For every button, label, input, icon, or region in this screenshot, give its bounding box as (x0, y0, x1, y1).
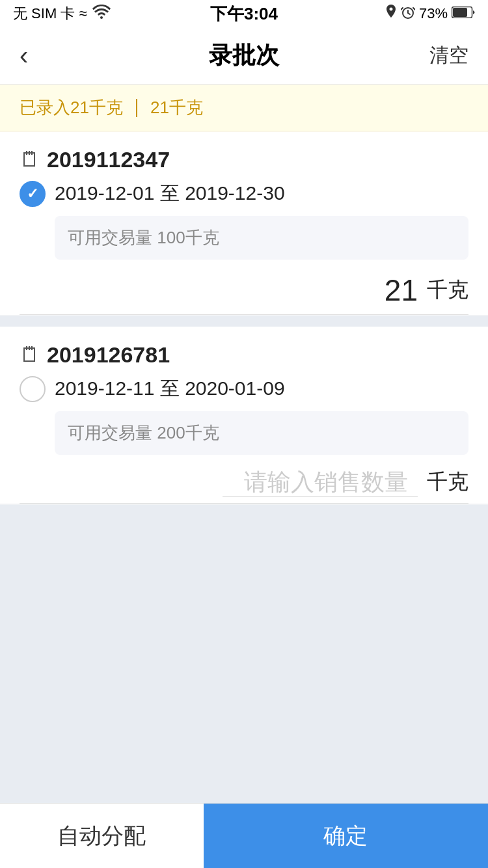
batch2-row[interactable]: 2019-12-11 至 2020-01-09 (20, 375, 468, 402)
info-value: 21千克 (150, 96, 203, 119)
batch1-amount-value: 21 (385, 273, 418, 308)
info-label: 已录入21千克 (20, 96, 123, 119)
batch2-amount-row: 千克 (0, 455, 488, 503)
batch1-divider (20, 314, 468, 315)
back-button[interactable]: ‹ (20, 41, 28, 70)
svg-rect-2 (453, 8, 467, 17)
batch1-radio[interactable] (20, 181, 46, 207)
page-title: 录批次 (209, 40, 279, 72)
gray-area (0, 505, 488, 804)
batch1-row[interactable]: 2019-12-01 至 2019-12-30 (20, 180, 468, 207)
batch2-quantity-input[interactable] (223, 468, 418, 496)
batch2-divider (20, 503, 468, 504)
battery-icon (452, 5, 475, 22)
batch2-avail: 可用交易量 200千克 (55, 411, 468, 455)
batch1-amount-row: 21 千克 (0, 260, 488, 314)
wifi-icon (92, 5, 111, 23)
status-bar: 无 SIM 卡 ≈ 下午3:04 73% (0, 0, 488, 27)
alarm-icon (401, 5, 415, 23)
batch2-date-range: 2019-12-11 至 2020-01-09 (55, 375, 285, 402)
batch1-header: 🗒 2019112347 (20, 147, 468, 172)
battery-percent: 73% (419, 5, 448, 22)
status-left: 无 SIM 卡 ≈ (13, 4, 111, 23)
auto-distribute-button[interactable]: 自动分配 (0, 804, 204, 868)
confirm-button[interactable]: 确定 (204, 804, 489, 868)
batch1-card: 🗒 2019112347 2019-12-01 至 2019-12-30 可用交… (0, 131, 488, 315)
nav-bar: ‹ 录批次 清空 (0, 27, 488, 85)
batch1-avail: 可用交易量 100千克 (55, 216, 468, 260)
batch2-id: 2019126781 (47, 342, 170, 368)
sim-label: 无 SIM 卡 ≈ (13, 4, 87, 23)
batch2-amount-unit: 千克 (427, 468, 468, 496)
location-icon (385, 5, 397, 23)
bottom-bar: 自动分配 确定 (0, 803, 488, 868)
status-time: 下午3:04 (210, 3, 278, 25)
batch2-doc-icon: 🗒 (20, 343, 40, 367)
clear-button[interactable]: 清空 (429, 42, 468, 69)
section-gap-1 (0, 316, 488, 327)
batch2-radio[interactable] (20, 376, 46, 402)
info-bar: 已录入21千克 21千克 (0, 85, 488, 131)
info-divider (136, 99, 137, 117)
batch1-id: 2019112347 (47, 147, 170, 172)
batch1-amount-unit: 千克 (427, 276, 468, 305)
batch1-doc-icon: 🗒 (20, 148, 40, 172)
batch2-card: 🗒 2019126781 2019-12-11 至 2020-01-09 可用交… (0, 327, 488, 504)
batch1-date-range: 2019-12-01 至 2019-12-30 (55, 180, 285, 207)
status-right: 73% (385, 5, 475, 23)
batch2-header: 🗒 2019126781 (20, 342, 468, 368)
